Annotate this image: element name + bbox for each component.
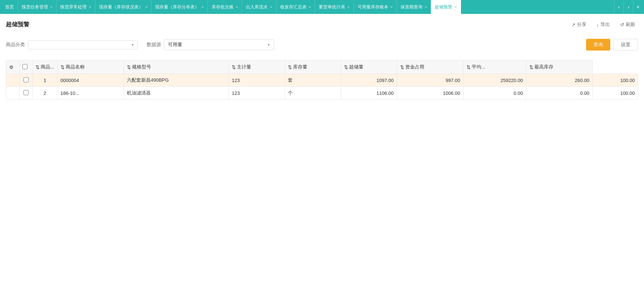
settings-button[interactable]: 设置 xyxy=(613,39,638,51)
nav-tab-home[interactable]: 首页 xyxy=(1,0,18,14)
th-capital[interactable]: ⇅ 资金占用 xyxy=(397,60,463,74)
nav-tab-3-close[interactable]: × xyxy=(145,5,147,9)
th-unit[interactable]: ⇅ 主计量 xyxy=(229,60,285,74)
data-table: ⚙ ⇅ 商品... ⇅ 商品名称 xyxy=(6,60,638,100)
table-row: 1 0000004 六配套新昌490BPG 123 套 1097.00 997.… xyxy=(6,74,638,87)
th-overstock-label: 超储量 xyxy=(349,64,363,70)
th-unit-sort[interactable]: ⇅ 主计量 xyxy=(232,64,282,70)
row-check-1[interactable] xyxy=(23,90,29,95)
row-num-0: 1 xyxy=(33,74,58,87)
datasource-label: 数据源 xyxy=(147,41,161,48)
row-checkbox-1[interactable] xyxy=(19,87,33,100)
th-unit-sort-icon: ⇅ xyxy=(232,64,236,70)
th-capital-sort[interactable]: ⇅ 资金占用 xyxy=(400,64,460,70)
nav-tab-10[interactable]: 保质期查询 × xyxy=(397,0,431,14)
nav-tab-5[interactable]: 库存批次账 × xyxy=(208,0,242,14)
nav-tab-home-label: 首页 xyxy=(5,4,14,10)
th-unit-label: 主计量 xyxy=(237,64,251,70)
select-all-checkbox[interactable] xyxy=(22,64,28,69)
row-product-name-0: 六配套新昌490BPG xyxy=(124,74,228,87)
th-stock[interactable]: ⇅ 库存量 xyxy=(285,60,341,74)
nav-tab-1-label: 拣货任务管理 xyxy=(22,4,48,10)
row-product-name-1: 机油滤清器 xyxy=(124,87,228,100)
top-nav: 首页 拣货任务管理 × 拣货异常处理 × 现存量（库存状况表） × 现存量（库存… xyxy=(0,0,644,14)
nav-tab-1-close[interactable]: × xyxy=(50,5,52,9)
nav-tab-3[interactable]: 现存量（库存状况表） × xyxy=(95,0,151,14)
th-overstock-sort-icon: ⇅ xyxy=(344,64,348,70)
th-max-stock-label: 最高库存 xyxy=(534,64,553,70)
th-max-stock[interactable]: ⇅ 最高库存 xyxy=(526,60,592,74)
th-spec-sort[interactable]: ⇅ 规格型号 xyxy=(127,64,226,70)
nav-prev-arrow[interactable]: ‹ xyxy=(614,0,623,14)
export-label: 导出 xyxy=(600,21,610,28)
row-checkbox-0[interactable] xyxy=(19,74,33,87)
row-num-1: 2 xyxy=(33,87,58,100)
nav-next-arrow[interactable]: › xyxy=(623,0,633,14)
page-title: 超储预警 xyxy=(6,21,29,29)
th-overstock-sort[interactable]: ⇅ 超储量 xyxy=(344,64,394,70)
th-spec[interactable]: ⇅ 规格型号 xyxy=(124,60,228,74)
th-spec-label: 规格型号 xyxy=(132,64,151,70)
th-checkbox xyxy=(19,60,33,74)
nav-tab-1[interactable]: 拣货任务管理 × xyxy=(18,0,56,14)
th-max-stock-sort[interactable]: ⇅ 最高库存 xyxy=(529,64,589,70)
query-button[interactable]: 查询 xyxy=(586,39,610,51)
th-product-name-label: 商品名称 xyxy=(66,64,85,70)
nav-tab-8-close[interactable]: × xyxy=(347,5,350,9)
nav-tab-6-close[interactable]: × xyxy=(270,5,272,9)
nav-tab-10-close[interactable]: × xyxy=(425,5,427,9)
th-overstock[interactable]: ⇅ 超储量 xyxy=(341,60,397,74)
nav-tab-2-close[interactable]: × xyxy=(89,5,91,9)
datasource-select[interactable]: 可用量 ▾ xyxy=(164,39,274,50)
th-product-code-sort[interactable]: ⇅ 商品... xyxy=(36,64,54,70)
table-header-row: ⚙ ⇅ 商品... ⇅ 商品名称 xyxy=(6,60,638,74)
row-overstock-1: 1006.00 xyxy=(397,87,463,100)
row-unit-1: 个 xyxy=(285,87,341,100)
nav-tab-5-close[interactable]: × xyxy=(236,5,238,9)
row-max-stock-1: 100.00 xyxy=(593,87,638,100)
row-spec-1: 123 xyxy=(229,87,285,100)
nav-tab-7-close[interactable]: × xyxy=(309,5,311,9)
page-content: 超储预警 ↗ 分享 ↓ 导出 ↺ 刷新 商品分类 ▾ 数据源 xyxy=(0,14,644,293)
th-avg-sort-icon: ⇅ xyxy=(466,64,471,70)
nav-tab-2[interactable]: 拣货异常处理 × xyxy=(56,0,95,14)
th-avg[interactable]: ⇅ 平均... xyxy=(463,60,526,74)
nav-right: ‹ › × xyxy=(614,0,643,14)
nav-tab-9-label: 可用量库存账本 xyxy=(358,4,388,10)
nav-tab-4-close[interactable]: × xyxy=(201,5,204,9)
th-product-name-sort[interactable]: ⇅ 商品名称 xyxy=(61,64,121,70)
nav-tab-11-close[interactable]: × xyxy=(454,5,457,9)
row-unit-0: 套 xyxy=(285,74,341,87)
nav-close-arrow[interactable]: × xyxy=(633,0,643,14)
nav-tab-7[interactable]: 收发存汇总表 × xyxy=(277,0,315,14)
share-button[interactable]: ↗ 分享 xyxy=(568,20,589,29)
filter-bar: 商品分类 ▾ 数据源 可用量 ▾ 查询 设置 xyxy=(6,35,638,54)
category-chevron-icon: ▾ xyxy=(132,42,134,47)
nav-tab-7-label: 收发存汇总表 xyxy=(280,4,307,10)
th-avg-sort[interactable]: ⇅ 平均... xyxy=(466,64,523,70)
export-icon: ↓ xyxy=(597,22,599,27)
th-stock-sort-icon: ⇅ xyxy=(288,64,292,70)
nav-tab-11-active[interactable]: 超储预警 × xyxy=(431,0,461,14)
nav-tab-9-close[interactable]: × xyxy=(391,5,393,9)
th-avg-label: 平均... xyxy=(472,64,485,70)
gear-icon[interactable]: ⚙ xyxy=(9,64,14,70)
th-stock-sort[interactable]: ⇅ 库存量 xyxy=(288,64,338,70)
export-button[interactable]: ↓ 导出 xyxy=(594,20,613,29)
row-check-0[interactable] xyxy=(23,77,29,82)
share-icon: ↗ xyxy=(571,22,575,27)
th-settings: ⚙ xyxy=(6,60,19,74)
nav-tab-9[interactable]: 可用量库存账本 × xyxy=(354,0,397,14)
refresh-label: 刷新 xyxy=(626,21,635,28)
category-select[interactable]: ▾ xyxy=(28,40,138,49)
th-product-code[interactable]: ⇅ 商品... xyxy=(33,60,58,74)
th-product-name[interactable]: ⇅ 商品名称 xyxy=(57,60,124,74)
row-product-code-0: 0000004 xyxy=(57,74,124,87)
refresh-button[interactable]: ↺ 刷新 xyxy=(617,20,638,29)
th-product-code-label: 商品... xyxy=(41,64,54,70)
th-capital-sort-icon: ⇅ xyxy=(400,64,404,70)
nav-tab-4[interactable]: 现存量（库存分布表） × xyxy=(151,0,208,14)
header-actions: ↗ 分享 ↓ 导出 ↺ 刷新 xyxy=(568,20,638,29)
nav-tab-6[interactable]: 出入库流水 × xyxy=(242,0,276,14)
nav-tab-8[interactable]: 要货单统计表 × xyxy=(315,0,354,14)
